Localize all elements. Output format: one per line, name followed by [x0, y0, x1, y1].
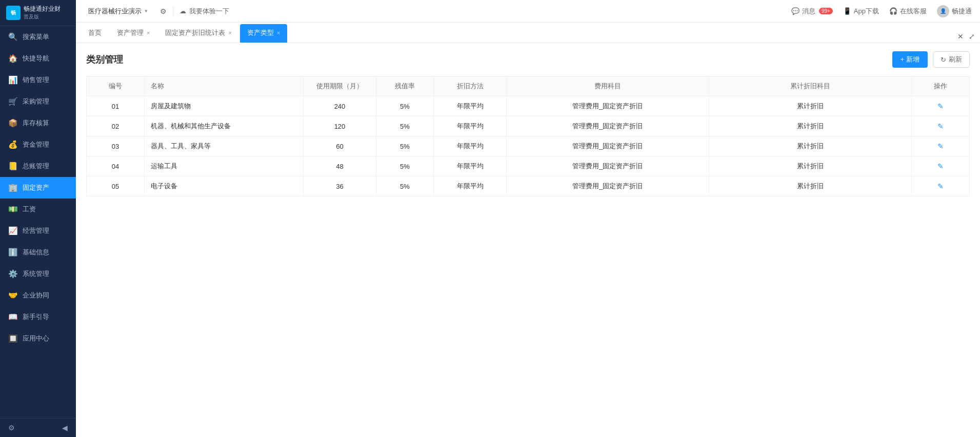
sidebar-item-fixed-assets[interactable]: 🏢 固定资产 — [0, 177, 76, 198]
cell-ops: ✎ — [912, 156, 970, 176]
sidebar-logo: 畅 畅捷通好业财 普及版 — [0, 0, 76, 26]
settings-icon[interactable]: ⚙ — [8, 424, 15, 432]
cell-residual: 5% — [376, 136, 434, 156]
sidebar-item-label: 新手引导 — [23, 312, 49, 322]
cell-residual: 5% — [376, 156, 434, 176]
tab-asset-type-close-icon[interactable]: × — [277, 30, 280, 36]
username-label: 畅捷通 — [952, 7, 972, 16]
sidebar-item-label: 应用中心 — [23, 334, 49, 343]
category-table: 编号 名称 使用期限（月） 残值率 折旧方法 费用科目 累计折旧科目 操作 01… — [86, 76, 970, 196]
purchase-icon: 🛒 — [8, 97, 17, 106]
tab-home[interactable]: 首页 — [81, 24, 109, 43]
edit-icon[interactable]: ✎ — [937, 122, 944, 130]
cloud-icon: ☁ — [179, 7, 186, 15]
module-selector[interactable]: 医疗器械行业演示 ▾ — [84, 5, 152, 18]
main-area: 医疗器械行业演示 ▾ ⚙ ☁ 我要体验一下 💬 消息 99+ 📱 App下载 🎧… — [76, 0, 980, 437]
cell-residual: 5% — [376, 176, 434, 196]
topbar-divider — [173, 6, 173, 16]
tab-depreciation-label: 固定资产折旧统计表 — [165, 28, 225, 37]
cell-depreciation: 累计折旧 — [709, 136, 911, 156]
sidebar-item-label: 采购管理 — [23, 97, 49, 106]
edit-icon[interactable]: ✎ — [937, 182, 944, 190]
sidebar-item-ledger[interactable]: 📒 总账管理 — [0, 155, 76, 177]
close-all-icon[interactable]: ✕ — [957, 32, 964, 41]
sidebar-item-system[interactable]: ⚙️ 系统管理 — [0, 263, 76, 285]
sidebar-item-purchase[interactable]: 🛒 采购管理 — [0, 91, 76, 112]
settings-gear-icon[interactable]: ⚙ — [160, 7, 167, 15]
cell-number: 04 — [87, 156, 145, 176]
tab-asset-type-label: 资产类型 — [247, 28, 274, 37]
cell-depreciation: 累计折旧 — [709, 156, 911, 176]
tab-home-label: 首页 — [88, 28, 102, 37]
cell-number: 01 — [87, 96, 145, 116]
sidebar-item-label: 销售管理 — [23, 75, 49, 85]
sidebar-item-basic-info[interactable]: ℹ️ 基础信息 — [0, 242, 76, 263]
cell-period: 60 — [304, 136, 376, 156]
refresh-icon: ↻ — [941, 56, 946, 64]
fixed-assets-icon: 🏢 — [8, 183, 17, 192]
customer-service-button[interactable]: 🎧 在线客服 — [889, 7, 927, 16]
sidebar-item-label: 固定资产 — [23, 183, 49, 192]
sidebar-item-search[interactable]: 🔍 搜索菜单 — [0, 26, 76, 48]
chevron-down-icon: ▾ — [145, 8, 148, 14]
cell-period: 120 — [304, 116, 376, 136]
cell-period: 48 — [304, 156, 376, 176]
table-body: 01 房屋及建筑物 240 5% 年限平均 管理费用_固定资产折旧 累计折旧 ✎… — [87, 96, 970, 196]
capital-icon: 💰 — [8, 140, 17, 149]
tab-asset-mgmt-label: 资产管理 — [117, 28, 144, 37]
logo-text: 畅捷通好业财 — [24, 5, 61, 13]
tab-depreciation-table[interactable]: 固定资产折旧统计表 × — [158, 24, 238, 43]
new-button[interactable]: + 新增 — [892, 51, 928, 68]
tab-asset-mgmt-close-icon[interactable]: × — [147, 30, 150, 36]
cell-period: 240 — [304, 96, 376, 116]
edit-icon[interactable]: ✎ — [937, 102, 944, 110]
messages-button[interactable]: 💬 消息 99+ — [791, 7, 833, 16]
tab-depreciation-close-icon[interactable]: × — [228, 30, 231, 36]
tab-asset-type[interactable]: 资产类型 × — [240, 24, 287, 43]
refresh-label: 刷新 — [949, 55, 962, 64]
cell-ops: ✎ — [912, 116, 970, 136]
experience-button[interactable]: ☁ 我要体验一下 — [179, 7, 229, 16]
user-menu[interactable]: 👤 畅捷通 — [937, 5, 972, 17]
cell-method: 年限平均 — [434, 136, 506, 156]
cell-method: 年限平均 — [434, 176, 506, 196]
topbar: 医疗器械行业演示 ▾ ⚙ ☁ 我要体验一下 💬 消息 99+ 📱 App下载 🎧… — [76, 0, 980, 23]
edit-icon[interactable]: ✎ — [937, 142, 944, 150]
sidebar-item-label: 企业协同 — [23, 291, 49, 300]
guide-icon: 📖 — [8, 312, 17, 322]
customer-service-label: 在线客服 — [900, 7, 927, 16]
sidebar-item-operation[interactable]: 📈 经营管理 — [0, 220, 76, 242]
collapse-sidebar-icon[interactable]: ◀ — [62, 424, 68, 432]
sidebar-item-app-center[interactable]: 🔲 应用中心 — [0, 328, 76, 349]
message-badge: 99+ — [819, 8, 833, 14]
col-header-expense: 费用科目 — [506, 76, 709, 96]
sidebar: 畅 畅捷通好业财 普及版 🔍 搜索菜单 🏠 快捷导航 📊 销售管理 🛒 采购管理… — [0, 0, 76, 437]
cell-expense: 管理费用_固定资产折旧 — [506, 136, 709, 156]
app-download-button[interactable]: 📱 App下载 — [843, 7, 879, 16]
cell-number: 02 — [87, 116, 145, 136]
sidebar-item-label: 总账管理 — [23, 162, 49, 171]
sidebar-item-guide[interactable]: 📖 新手引导 — [0, 306, 76, 328]
page-header: 类别管理 + 新增 ↻ 刷新 — [86, 51, 970, 68]
sidebar-item-quick-nav[interactable]: 🏠 快捷导航 — [0, 48, 76, 69]
expand-icon[interactable]: ⤢ — [969, 32, 975, 41]
sidebar-footer: ⚙ ◀ — [0, 418, 76, 437]
cell-residual: 5% — [376, 96, 434, 116]
sidebar-item-sales[interactable]: 📊 销售管理 — [0, 69, 76, 91]
inventory-icon: 📦 — [8, 118, 17, 128]
sidebar-item-enterprise[interactable]: 🤝 企业协同 — [0, 285, 76, 306]
tab-asset-mgmt[interactable]: 资产管理 × — [110, 24, 157, 43]
sidebar-item-label: 搜索菜单 — [23, 32, 49, 42]
sidebar-item-inventory[interactable]: 📦 库存核算 — [0, 112, 76, 134]
cell-name: 机器、机械和其他生产设备 — [144, 116, 304, 136]
sidebar-item-payroll[interactable]: 💵 工资 — [0, 198, 76, 220]
table-row: 04 运输工具 48 5% 年限平均 管理费用_固定资产折旧 累计折旧 ✎ — [87, 156, 970, 176]
edit-icon[interactable]: ✎ — [937, 162, 944, 170]
operation-icon: 📈 — [8, 226, 17, 235]
cell-expense: 管理费用_固定资产折旧 — [506, 96, 709, 116]
refresh-button[interactable]: ↻ 刷新 — [933, 51, 970, 68]
module-name: 医疗器械行业演示 — [88, 7, 142, 16]
sidebar-item-capital[interactable]: 💰 资金管理 — [0, 134, 76, 155]
col-header-number: 编号 — [87, 76, 145, 96]
sidebar-item-label: 基础信息 — [23, 248, 49, 257]
